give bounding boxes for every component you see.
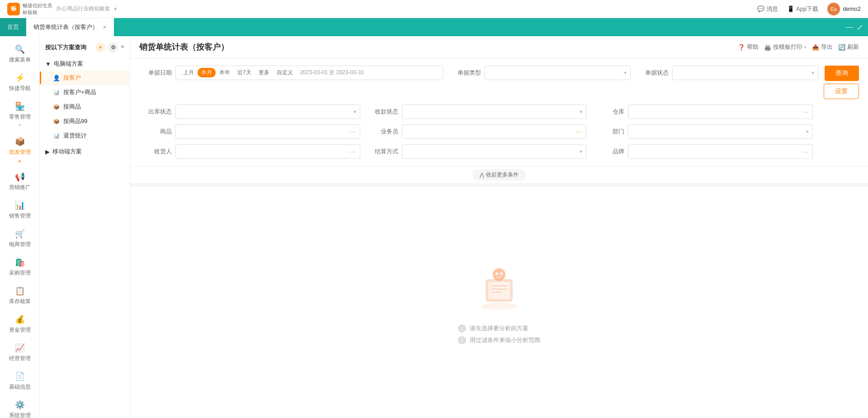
tab-close-icon[interactable]: ✕ — [103, 24, 107, 30]
receiver-dots: ··· — [349, 148, 356, 155]
scheme-group-mobile: ▶ 移动端方案 — [40, 145, 130, 158]
filter-row-1: 单据日期 上月 本月 本年 近7天 更多 自定义 2023-03-01 至 20… — [139, 66, 859, 99]
scheme-group-mobile-title[interactable]: ▶ 移动端方案 — [40, 145, 130, 158]
sidebar-item-system[interactable]: ⚙️ 系统管理 — [0, 395, 39, 418]
sidebar-item-sales-mgmt[interactable]: 📊 销售管理 — [0, 196, 39, 224]
app-download-button[interactable]: 📱 App下载 — [787, 5, 818, 13]
goods-filter-group: 商品 ··· — [139, 124, 360, 139]
refresh-button[interactable]: 🔄 刷新 — [838, 43, 859, 51]
sidebar-item-finance[interactable]: 💰 资金管理 — [0, 310, 39, 338]
empty-tip-1: 1 请先选择要分析的方案 — [458, 324, 540, 332]
payment-arrow: ▾ — [580, 148, 582, 155]
user-name: demo2 — [843, 5, 861, 12]
sidebar-item-search-menu[interactable]: 🔍 搜索菜单 — [0, 40, 39, 68]
action-buttons: 查询 设置 — [824, 66, 859, 99]
quick-nav-icon: ⚡ — [15, 73, 25, 83]
avatar: Ea — [827, 3, 840, 15]
print-icon: 🖨️ — [764, 44, 771, 51]
message-button[interactable]: 💬 消息 — [757, 5, 778, 13]
tab-sales-stat-label: 销货单统计表（按客户） — [33, 23, 98, 31]
minimize-icon[interactable]: — — [846, 23, 853, 31]
marketing-icon: 📢 — [15, 172, 25, 182]
date-tab-last-7[interactable]: 近7天 — [234, 68, 255, 77]
content-area: 按以下方案查询 + ⚙ « ▼ 电脑端方案 👤 按客户 📊 — [40, 36, 868, 418]
breadcrumb: 办公用品行业模拟账套 — [56, 5, 110, 13]
scheme-group-desktop-title[interactable]: ▼ 电脑端方案 — [40, 57, 130, 71]
scheme-group-desktop: ▼ 电脑端方案 👤 按客户 📊 按客户+商品 📦 按商品 📦 按商品 — [40, 57, 130, 143]
scheme-item-by-goods-99[interactable]: 📦 按商品99 — [40, 114, 130, 128]
scheme-item-by-customer[interactable]: 👤 按客户 — [40, 71, 130, 85]
date-tab-custom[interactable]: 自定义 — [273, 68, 297, 77]
date-range-control[interactable]: 上月 本月 本年 近7天 更多 自定义 2023-03-01 至 2023-03… — [175, 66, 443, 80]
query-button[interactable]: 查询 — [825, 66, 859, 81]
department-arrow: ▾ — [806, 128, 809, 135]
goods-control[interactable]: ··· — [175, 124, 360, 139]
search-menu-icon: 🔍 — [15, 44, 25, 54]
department-control[interactable]: ▾ — [628, 124, 813, 139]
logo-icon: 畅 — [7, 3, 20, 15]
payment-control[interactable]: ▾ — [402, 144, 587, 159]
scheme-item-by-goods[interactable]: 📦 按商品 — [40, 100, 130, 114]
outbound-arrow: ▾ — [354, 109, 356, 115]
sidebar-item-quick-nav[interactable]: ⚡ 快捷导航 — [0, 68, 39, 97]
receipt-arrow: ▾ — [580, 109, 582, 115]
warehouse-label: 仓库 — [592, 108, 628, 116]
outbound-label: 出库状态 — [139, 108, 175, 116]
help-icon: ❓ — [738, 44, 745, 51]
sidebar-item-wholesale[interactable]: 📦 批发管理 ▴ — [0, 132, 39, 167]
user-area[interactable]: Ea demo2 — [827, 3, 861, 15]
sidebar-item-operations[interactable]: 📈 经营管理 — [0, 338, 39, 367]
tab-sales-stat[interactable]: 销货单统计表（按客户） ✕ — [26, 18, 114, 36]
print-button[interactable]: 🖨️ 按模板打印 ▾ — [764, 43, 807, 51]
sidebar-item-basic-info[interactable]: 📄 基础信息 — [0, 367, 39, 395]
scheme-collapse-button[interactable]: « — [121, 43, 124, 52]
sidebar-item-retail[interactable]: 🏪 零售管理 ▾ — [0, 97, 39, 132]
export-button[interactable]: 📤 导出 — [812, 43, 833, 51]
wholesale-icon: 📦 — [15, 137, 25, 147]
scheme-item-return-stat[interactable]: 📊 退货统计 — [40, 128, 130, 143]
date-tab-this-month[interactable]: 本月 — [198, 68, 216, 77]
help-button[interactable]: ❓ 帮助 — [738, 43, 759, 51]
payment-filter-group: 结算方式 ▾ — [366, 144, 587, 159]
app-icon: 📱 — [787, 5, 794, 12]
retail-icon: 🏪 — [15, 101, 25, 111]
collapse-button[interactable]: ⋀ 收起更多条件 — [472, 169, 526, 180]
collapse-bar[interactable]: ⋀ 收起更多条件 — [130, 166, 868, 183]
empty-tip-2: 2 用过滤条件来缩小分析范围 — [458, 336, 540, 344]
salesperson-control[interactable]: ··· — [402, 124, 587, 139]
receipt-control[interactable]: ▾ — [402, 104, 587, 119]
receiver-label: 收货人 — [139, 147, 175, 156]
receiver-control[interactable]: ··· — [175, 144, 360, 159]
scheme-title: 按以下方案查询 — [45, 43, 86, 52]
order-status-control[interactable]: ▾ — [672, 66, 818, 80]
scheme-mobile-arrow: ▶ — [45, 148, 50, 155]
maximize-icon[interactable]: ⤢ — [857, 23, 863, 32]
goods-dots: ··· — [349, 128, 356, 135]
date-tab-this-year[interactable]: 本年 — [216, 68, 234, 77]
breadcrumb-dropdown-icon[interactable]: ▾ — [114, 5, 117, 12]
scheme-settings-button[interactable]: ⚙ — [108, 43, 118, 52]
outbound-control[interactable]: ▾ — [175, 104, 360, 119]
sidebar-item-ecommerce[interactable]: 🛒 电商管理 — [0, 224, 39, 253]
sidebar-item-purchase[interactable]: 🛍️ 采购管理 — [0, 253, 39, 281]
salesperson-filter-group: 业务员 ··· — [366, 124, 587, 139]
empty-tips: 1 请先选择要分析的方案 2 用过滤条件来缩小分析范围 — [458, 324, 540, 344]
tab-home[interactable]: 首页 — [0, 18, 26, 36]
ecommerce-icon: 🛒 — [15, 229, 25, 239]
sidebar-item-marketing[interactable]: 📢 营销推广 — [0, 167, 39, 196]
scheme-header: 按以下方案查询 + ⚙ « — [40, 40, 130, 55]
scheme-item-by-customer-goods[interactable]: 📊 按客户+商品 — [40, 85, 130, 100]
order-type-control[interactable]: ▾ — [485, 66, 631, 80]
sales-mgmt-icon: 📊 — [15, 200, 25, 210]
basic-info-icon: 📄 — [15, 371, 25, 381]
sidebar-item-inventory[interactable]: 📋 库存核算 — [0, 281, 39, 310]
department-filter-group: 部门 ▾ — [592, 124, 813, 139]
warehouse-control[interactable]: ··· — [628, 104, 813, 119]
receiver-filter-group: 收货人 ··· — [139, 144, 360, 159]
brand-control[interactable]: ··· — [628, 144, 813, 159]
scheme-add-button[interactable]: + — [95, 43, 105, 52]
date-tab-more[interactable]: 更多 — [255, 68, 273, 77]
settings-button[interactable]: 设置 — [824, 84, 859, 99]
date-tab-last-month[interactable]: 上月 — [179, 68, 198, 77]
filter-row-4: 收货人 ··· 结算方式 ▾ 品牌 — [139, 144, 859, 159]
